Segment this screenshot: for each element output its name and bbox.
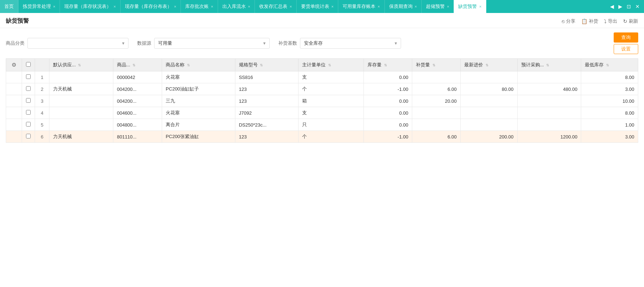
row-est-purchase: 1200.00 (517, 131, 581, 143)
row-stock-qty: -1.00 (364, 131, 412, 143)
category-filter-group: 商品分类 ▼ (6, 38, 129, 49)
nav-item-inout-close[interactable]: × (248, 4, 250, 9)
row-goods-name: PC200油缸缸子 (162, 83, 235, 95)
col-header-gear[interactable]: ⚙ (6, 59, 22, 71)
nav-prev-btn[interactable]: ◀ (609, 3, 615, 10)
col-header-latest-price[interactable]: 最新进价 ⇅ (461, 59, 517, 71)
row-check[interactable] (22, 107, 35, 119)
col-header-replenish-qty[interactable]: 补货量 ⇅ (412, 59, 460, 71)
share-icon: ⎋ (562, 18, 565, 24)
sort-arrows-latest-price: ⇅ (486, 63, 488, 67)
page-header: 缺货预警 ⎋ 分享 📋 补货 ⤵ 导出 ↻ 刷新 (0, 13, 644, 28)
select-all-checkbox[interactable] (26, 62, 31, 67)
nav-item-stock-status[interactable]: 现存量（库存状况表） × (60, 0, 120, 13)
row-latest-price: 80.00 (461, 83, 517, 95)
datasource-select[interactable]: 可用量 ▼ (154, 38, 270, 49)
nav-item-expiry[interactable]: 保质期查询 × (385, 0, 422, 13)
replenish-action[interactable]: 📋 补货 (581, 18, 598, 25)
nav-item-overstock[interactable]: 超储预警 × (422, 0, 454, 13)
row-stock-qty: 0.00 (364, 71, 412, 83)
category-arrow-icon: ▼ (121, 41, 125, 45)
row-gear (6, 95, 22, 107)
col-header-goods-code[interactable]: 商品... ⇅ (113, 59, 162, 71)
export-action[interactable]: ⤵ 导出 (604, 18, 617, 25)
table-row: 6 力天机械 801110... PC200张紧油缸 123 个 -1.00 6… (6, 131, 638, 143)
category-select[interactable]: ▼ (27, 38, 129, 49)
sort-arrows-goods-code: ⇅ (132, 63, 135, 67)
col-latest-price-label: 最新进价 (464, 62, 483, 67)
row-unit: 只 (299, 119, 364, 131)
row-goods-code: 004200... (113, 83, 162, 95)
replenish-base-label: 补货基数 (278, 40, 297, 47)
col-header-unit[interactable]: 主计量单位 ⇅ (299, 59, 364, 71)
row-est-purchase (517, 71, 581, 83)
row-checkbox[interactable] (26, 122, 31, 127)
nav-item-batch-close[interactable]: × (211, 4, 213, 9)
table-row: 5 004800... 离合片 DS250*23c... 只 0.00 1.00 (6, 119, 638, 131)
share-label: 分享 (566, 18, 575, 25)
replenish-base-select[interactable]: 安全库存 ▼ (300, 38, 401, 49)
row-min-stock: 3.00 (581, 83, 638, 95)
nav-item-shortage[interactable]: 缺货预警 × (454, 0, 486, 13)
nav-restore-btn[interactable]: ⊡ (625, 3, 632, 10)
row-supplier: 力天机械 (49, 131, 113, 143)
row-goods-code: 004800... (113, 119, 162, 131)
nav-item-summary-close[interactable]: × (290, 4, 292, 9)
row-check[interactable] (22, 95, 35, 107)
nav-item-stock-status-close[interactable]: × (113, 4, 116, 9)
col-header-goods-name[interactable]: 商品名称 ⇅ (162, 59, 235, 71)
col-header-check[interactable] (22, 59, 35, 71)
row-supplier (49, 95, 113, 107)
nav-item-demand-close[interactable]: × (331, 4, 334, 9)
datasource-arrow-icon: ▼ (262, 41, 266, 45)
row-check[interactable] (22, 71, 35, 83)
row-checkbox[interactable] (26, 74, 31, 79)
category-label: 商品分类 (6, 40, 25, 47)
nav-item-stock-dist-close[interactable]: × (174, 4, 176, 9)
row-checkbox[interactable] (26, 98, 31, 103)
nav-item-picking[interactable]: 拣货异常处理 × (18, 0, 60, 13)
col-header-spec[interactable]: 规格型号 ⇅ (235, 59, 298, 71)
table-wrapper: ⚙ 默认供应... ⇅ 商品... ⇅ 商品名称 (0, 58, 644, 143)
nav-item-picking-close[interactable]: × (53, 4, 55, 9)
nav-item-available-close[interactable]: × (378, 4, 380, 9)
col-header-est-purchase[interactable]: 预计采购... ⇅ (517, 59, 581, 71)
row-check[interactable] (22, 119, 35, 131)
nav-item-stock-dist[interactable]: 现存量（库存分布表） × (121, 0, 181, 13)
nav-item-shortage-close[interactable]: × (479, 4, 481, 9)
row-check[interactable] (22, 83, 35, 95)
row-goods-name: PC200张紧油缸 (162, 131, 235, 143)
col-header-min-stock[interactable]: 最低库存 ⇅ (581, 59, 638, 71)
nav-item-inout[interactable]: 出入库流水 × (218, 0, 255, 13)
nav-item-available[interactable]: 可用量库存账本 × (338, 0, 384, 13)
nav-item-summary[interactable]: 收发存汇总表 × (255, 0, 296, 13)
nav-item-expiry-close[interactable]: × (415, 4, 417, 9)
nav-item-batch[interactable]: 库存批次账 × (181, 0, 218, 13)
row-check[interactable] (22, 131, 35, 143)
replenish-label: 补货 (589, 18, 598, 25)
nav-close-btn[interactable]: ✕ (634, 3, 641, 10)
replenish-base-arrow-icon: ▼ (394, 41, 398, 45)
row-checkbox[interactable] (26, 134, 31, 138)
table-row: 4 004600... 火花塞 J7092 支 0.00 8.00 (6, 107, 638, 119)
query-button[interactable]: 查询 (614, 32, 638, 43)
col-header-supplier[interactable]: 默认供应... ⇅ (49, 59, 113, 71)
datasource-label: 数据源 (137, 40, 151, 47)
sort-arrows-est-purchase: ⇅ (546, 63, 549, 67)
nav-item-home[interactable]: 首页 (0, 0, 18, 13)
row-spec: 123 (235, 95, 298, 107)
nav-item-overstock-close[interactable]: × (447, 4, 449, 9)
nav-item-demand[interactable]: 要货单统计表 × (297, 0, 338, 13)
row-supplier: 力天机械 (49, 83, 113, 95)
row-checkbox[interactable] (26, 86, 31, 91)
table-body: 1 0000042 火花塞 SS816 支 0.00 8.00 2 力天机械 0… (6, 71, 638, 143)
filter-bar: 商品分类 ▼ 数据源 可用量 ▼ 补货基数 安全库存 ▼ 查询 设置 (0, 28, 644, 58)
nav-next-btn[interactable]: ▶ (617, 3, 624, 10)
row-stock-qty: -1.00 (364, 83, 412, 95)
refresh-action[interactable]: ↻ 刷新 (623, 18, 638, 25)
gear-icon[interactable]: ⚙ (12, 62, 16, 68)
col-header-stock-qty[interactable]: 库存量 ⇅ (364, 59, 412, 71)
share-action[interactable]: ⎋ 分享 (562, 18, 575, 25)
row-checkbox[interactable] (26, 110, 31, 115)
setting-button[interactable]: 设置 (614, 44, 638, 54)
